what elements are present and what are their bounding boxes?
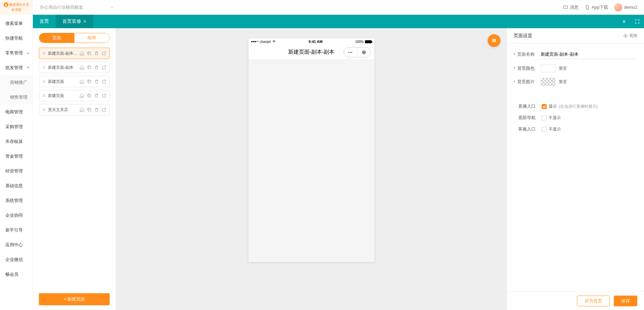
status-bar: chanjet 9:41 AM 100% [249, 38, 374, 45]
page-list-item[interactable]: 新建页面 [39, 90, 110, 101]
bgimage-reset[interactable]: 重置 [559, 79, 567, 85]
svg-point-23 [348, 52, 349, 52]
sidebar-item-sales[interactable]: 销售管理 [0, 90, 33, 105]
sidebar-item-inventory[interactable]: 库存核算 [0, 134, 33, 149]
svg-point-25 [351, 52, 352, 52]
menu-icon [491, 37, 497, 44]
drag-icon [42, 65, 46, 69]
sidebar-item-purchase[interactable]: 采购管理 [0, 119, 33, 134]
tab-home[interactable]: 首页 [33, 15, 56, 28]
bgcolor-reset[interactable]: 重置 [559, 66, 567, 71]
bgimage-swatch[interactable] [541, 78, 555, 86]
avatar [614, 3, 622, 11]
home-icon[interactable] [79, 51, 85, 56]
delete-icon[interactable] [94, 51, 99, 56]
tab-close-all-button[interactable]: ✕ [617, 15, 631, 28]
sidebar-item-basic[interactable]: 基础信息 [0, 178, 33, 193]
copy-icon[interactable] [87, 65, 92, 70]
page-name-input[interactable] [541, 50, 637, 59]
delete-icon[interactable] [94, 79, 99, 84]
tab-bar: 首页 首页装修✕ ✕ [33, 15, 644, 28]
messages-button[interactable]: 消息 [563, 4, 579, 10]
app-download-button[interactable]: App下载 [585, 4, 608, 10]
page-name: 新建页面 [48, 79, 77, 85]
live-checkbox[interactable] [542, 104, 547, 109]
close-icon[interactable]: ✕ [83, 19, 87, 24]
home-icon[interactable] [79, 93, 85, 98]
phone-icon [585, 5, 590, 10]
copy-icon[interactable] [87, 107, 92, 112]
sidebar-item-search[interactable]: 搜索菜单 [0, 16, 33, 31]
target-icon [361, 50, 367, 55]
company-selector[interactable]: 办公用品行业模拟账套 [40, 4, 114, 10]
home-icon[interactable] [79, 65, 85, 70]
sidebar-item-collab[interactable]: 企业协同 [0, 208, 33, 223]
svg-point-24 [350, 52, 351, 52]
user-menu[interactable]: demo2 [614, 3, 637, 11]
page-list-item[interactable]: 新建页面 [39, 76, 110, 87]
page-list-item[interactable]: 新建页面-副本 [39, 62, 110, 73]
dots-icon [347, 49, 353, 55]
sidebar-item-apps[interactable]: 应用中心 [0, 238, 33, 252]
external-icon[interactable] [101, 107, 107, 112]
canvas: chanjet 9:41 AM 100% 新建页面-副本-副本 [116, 28, 506, 310]
fullscreen-icon [635, 19, 640, 24]
external-icon[interactable] [101, 93, 107, 98]
new-page-button[interactable]: + 新建页面 [39, 293, 110, 305]
copy-icon[interactable] [87, 93, 92, 98]
panel-title: 页面设置 [514, 33, 532, 39]
signal-icon [251, 41, 259, 42]
message-icon [563, 5, 568, 10]
phone-title: 新建页面-副本-副本 [288, 49, 335, 56]
sidebar-item-marketing[interactable]: 营销推广 [0, 75, 33, 90]
service-checkbox[interactable] [542, 127, 547, 132]
page-list-item[interactable]: 新建页面-副本... [39, 48, 110, 59]
fullscreen-button[interactable] [631, 15, 644, 28]
external-icon[interactable] [101, 65, 107, 70]
delete-icon[interactable] [94, 65, 99, 70]
page-list: 新建页面-副本...新建页面-副本新建页面新建页面昊天文具店 [39, 48, 110, 115]
sidebar-item-wholesale[interactable]: 批发管理 [0, 60, 33, 75]
page-list-item[interactable]: 昊天文具店 [39, 104, 110, 115]
save-button[interactable]: 保存 [614, 296, 637, 306]
mini-menu-button[interactable] [344, 48, 357, 57]
phone-preview: chanjet 9:41 AM 100% 新建页面-副本-副本 [249, 38, 374, 262]
seg-component[interactable]: 组件 [74, 33, 110, 43]
seg-page[interactable]: 页面 [39, 33, 74, 43]
external-icon[interactable] [101, 51, 107, 56]
bottomnav-checkbox[interactable] [542, 115, 547, 120]
sidebar-item-quicknav[interactable]: 快捷导航 [0, 31, 33, 46]
sidebar-item-member[interactable]: 畅会员 [0, 267, 33, 282]
sidebar-item-ecommerce[interactable]: 电商管理 [0, 105, 33, 119]
copy-icon[interactable] [87, 79, 92, 84]
sidebar-item-wechat[interactable]: 企业微信 [0, 252, 33, 267]
page-name: 新建页面 [48, 93, 77, 99]
sidebar-item-guide[interactable]: 新手引导 [0, 223, 33, 238]
bgcolor-swatch[interactable] [541, 64, 555, 72]
sidebar-item-retail[interactable]: 零售管理 [0, 46, 33, 60]
collapse-panel-button[interactable] [488, 34, 500, 47]
set-home-button[interactable]: 设为首页 [577, 296, 610, 306]
page-name: 昊天文具店 [48, 107, 77, 113]
sidebar-item-finance[interactable]: 资金管理 [0, 149, 33, 164]
logo: b畅捷通好生意 标准版 [0, 0, 33, 15]
delete-icon[interactable] [94, 107, 99, 112]
chevron-up-icon [27, 67, 30, 69]
sidebar-item-system[interactable]: 系统管理 [0, 193, 33, 208]
chevron-down-icon [27, 51, 30, 54]
home-icon[interactable] [79, 107, 85, 112]
play-icon [623, 34, 628, 38]
home-icon[interactable] [79, 79, 85, 84]
delete-icon[interactable] [94, 93, 99, 98]
svg-rect-6 [89, 53, 91, 55]
sidebar: 搜索菜单 快捷导航 零售管理 批发管理 营销推广 销售管理 电商管理 采购管理 … [0, 15, 33, 310]
external-icon[interactable] [101, 79, 107, 84]
battery-icon [365, 40, 372, 43]
sidebar-item-business[interactable]: 经营管理 [0, 164, 33, 178]
mini-close-button[interactable] [357, 48, 371, 57]
wifi-icon [272, 40, 276, 43]
tab-page-editor[interactable]: 首页装修✕ [56, 15, 93, 28]
video-help-button[interactable]: 视频 [623, 33, 637, 39]
copy-icon[interactable] [87, 51, 92, 56]
drag-icon [42, 80, 46, 84]
